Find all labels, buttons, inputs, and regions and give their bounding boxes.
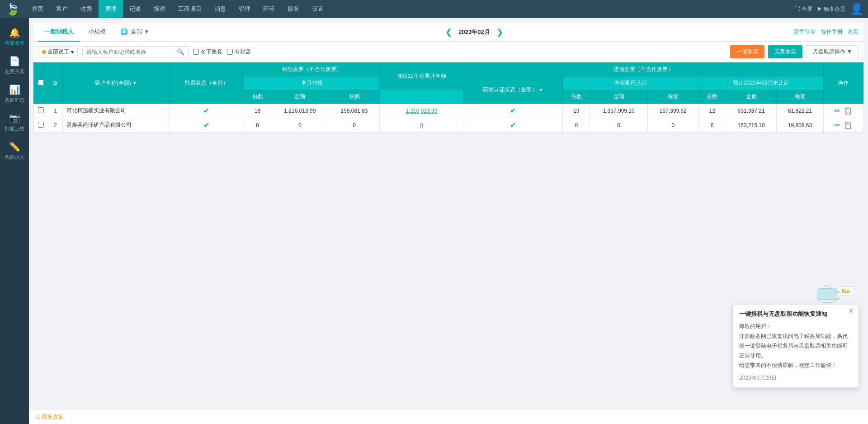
th-s-amount: 金额 xyxy=(271,90,329,104)
sidebar: 🔔 智能取票 📄 发票开具 📊 票据汇总 📷 扫描上传 ✏️ 票据录入 xyxy=(0,18,29,424)
row-s-amount-1: 0 xyxy=(271,118,329,133)
row-actions-0: ✏ 📋 xyxy=(823,104,863,118)
nav-accounting[interactable]: 记账 xyxy=(123,0,147,18)
employee-filter[interactable]: 全部员工 ▾ xyxy=(38,46,78,57)
sidebar-item-invoice-entry[interactable]: ✏️ 票据录入 xyxy=(0,137,29,165)
sidebar-label-invoice-open: 发票开具 xyxy=(5,68,24,75)
th-verify-status: 获取认证状态（全部） ▼ xyxy=(463,76,563,104)
row-p-count-0: 19 xyxy=(563,104,590,118)
filter-bar-right: 一键取票 无盘取票 无盘取票操作 ▼ xyxy=(730,45,859,58)
nav-billing[interactable]: 收费 xyxy=(74,0,99,18)
pencil-icon: ✏️ xyxy=(9,141,20,152)
notification-apology: 给您带来的不便请谅解，祝您工作愉快！ xyxy=(739,362,837,368)
no-disk-ops-label: 无盘取票操作 ▼ xyxy=(813,48,852,56)
one-click-btn[interactable]: 一键取票 xyxy=(730,45,764,58)
row-p-count-1: 0 xyxy=(563,118,590,133)
manual-btn[interactable]: 操作手册 xyxy=(821,28,843,36)
tea-cup-icon xyxy=(813,282,840,305)
row-u-count-0: 12 xyxy=(698,104,726,118)
row-verify-0: ✔ xyxy=(463,104,563,118)
no-disk-ops-btn[interactable]: 无盘取票操作 ▼ xyxy=(806,45,859,58)
notification-body[interactable]: 尊敬的用户： 江苏政务网已恢复访问电子税务局功能，易代账一键登陆电子税务局与无盘… xyxy=(739,322,852,382)
member-btn[interactable]: ▶ 畅享会员 xyxy=(817,5,845,13)
employee-filter-label: 全部员工 xyxy=(47,48,69,56)
row-check-1[interactable] xyxy=(34,118,48,133)
avatar[interactable]: 👤 xyxy=(850,3,863,15)
row-actions-1: ✏ 📋 xyxy=(823,118,863,133)
nav-invoice[interactable]: 票据 xyxy=(99,0,123,18)
select-all-checkbox[interactable] xyxy=(38,80,44,86)
nav-items: 首页 客户 收费 票据 记账 报税 工商项目 消息 管理 经营 服务 设置 xyxy=(25,0,794,18)
check-tax-disk[interactable]: 有税盘 xyxy=(227,48,251,56)
sidebar-item-invoice-open[interactable]: 📄 发票开具 xyxy=(0,51,29,80)
th-status: 取票状态（全部） xyxy=(169,63,244,104)
th-unverified: 截止2023年03月未认证 xyxy=(698,76,823,90)
row-p-amount-1: 0 xyxy=(590,118,647,133)
tab-all[interactable]: 🌐 全能 ▾ xyxy=(114,23,155,42)
tab-general-taxpayer[interactable]: 一般纳税人 xyxy=(38,23,80,42)
tab-small-scale-label: 小规模 xyxy=(88,22,106,41)
nav-customer[interactable]: 客户 xyxy=(50,0,74,18)
svg-rect-1 xyxy=(818,289,836,300)
new-guide-btn[interactable]: 新手引导 xyxy=(794,28,816,36)
fullscreen-btn[interactable]: ⛶ 全屏 xyxy=(794,5,812,13)
nav-manage[interactable]: 管理 xyxy=(232,0,257,18)
notification-text: 江苏政务网已恢复访问电子税务局功能，易代账一键登陆电子税务局与无盘取票相关功能可… xyxy=(739,333,848,359)
row-check-0[interactable] xyxy=(34,104,48,118)
check-tax-disk-input[interactable] xyxy=(227,49,233,55)
nav-home[interactable]: 首页 xyxy=(25,0,50,18)
tab-small-scale[interactable]: 小规模 xyxy=(82,23,112,42)
date-next-btn[interactable]: ❯ xyxy=(496,27,503,37)
th-period-verified: 本税期已认证 xyxy=(563,76,698,90)
nav-service[interactable]: 服务 xyxy=(281,0,306,18)
date-prev-btn[interactable]: ❮ xyxy=(445,27,452,37)
refresh-btn[interactable]: 刷新 xyxy=(848,28,859,36)
row-s-amount-0: 1,216,013.99 xyxy=(271,104,329,118)
sidebar-label-invoice-summary: 票据汇总 xyxy=(5,97,24,104)
sidebar-item-smart-ticket[interactable]: 🔔 智能取票 xyxy=(0,23,29,51)
tab-general-taxpayer-label: 一般纳税人 xyxy=(44,22,74,41)
row-u-amount-1: 153,215.10 xyxy=(726,118,777,133)
check-account-label: 名下账套 xyxy=(201,48,222,56)
th-s-count: 份数 xyxy=(244,90,271,104)
table-wrapper: ⚙ 客户名称(全部) ▼ 取票状态（全部） 销项发票（不含作废票） 连续12个月… xyxy=(33,62,863,133)
app-logo: 🍃 xyxy=(5,1,21,17)
sidebar-item-invoice-summary[interactable]: 📊 票据汇总 xyxy=(0,80,29,108)
search-box: 🔍 xyxy=(82,46,189,57)
nav-message[interactable]: 消息 xyxy=(208,0,232,18)
search-btn[interactable]: 🔍 xyxy=(173,47,188,57)
row-p-tax-0: 157,399.62 xyxy=(647,104,698,118)
search-input[interactable] xyxy=(83,47,173,57)
row-status-0: ✔ xyxy=(169,104,244,118)
tax-policy-link[interactable]: ⚠ 税务政策 xyxy=(35,413,63,421)
sidebar-item-scan-upload[interactable]: 📷 扫描上传 xyxy=(0,108,29,137)
copy-icon-0[interactable]: 📋 xyxy=(844,107,852,114)
edit-icon-1[interactable]: ✏ xyxy=(835,121,840,129)
globe-icon: 🌐 xyxy=(120,22,128,41)
nav-business[interactable]: 工商项目 xyxy=(172,0,208,18)
tab-all-label: 全能 xyxy=(131,22,142,41)
nav-settings[interactable]: 设置 xyxy=(306,0,330,18)
no-disk-btn[interactable]: 无盘取票 xyxy=(768,45,802,58)
nav-tax[interactable]: 报税 xyxy=(147,0,172,18)
employee-filter-chevron: ▾ xyxy=(71,49,74,55)
nav-operation[interactable]: 经营 xyxy=(257,0,281,18)
nav-right: ⛶ 全屏 ▶ 畅享会员 👤 xyxy=(794,3,863,15)
check-account-input[interactable] xyxy=(193,49,199,55)
notification-close-btn[interactable]: ✕ xyxy=(849,307,854,314)
row-cumulative-0: 1,216,013.99 xyxy=(380,104,463,118)
row-p-tax-1: 0 xyxy=(647,118,698,133)
row-u-tax-0: 81,822.21 xyxy=(777,104,823,118)
tab-all-chevron: ▾ xyxy=(145,22,148,41)
document-icon: 📄 xyxy=(9,56,20,67)
copy-icon-1[interactable]: 📋 xyxy=(844,121,852,129)
bottom-bar[interactable]: ⚠ 税务政策 xyxy=(29,410,868,424)
row-u-amount-0: 631,337.21 xyxy=(726,104,777,118)
edit-icon-0[interactable]: ✏ xyxy=(835,107,840,114)
notification-popup: ✕ tEa 一键报税与无盘取票功能恢复通知 尊敬的用户： 江苏政务网已恢复访问电… xyxy=(732,304,859,388)
sidebar-label-smart-ticket: 智能取票 xyxy=(5,40,24,47)
th-cumulative: 连续12个月累计金额 xyxy=(380,63,463,90)
check-account[interactable]: 名下账套 xyxy=(193,48,222,56)
row-u-count-1: 6 xyxy=(698,118,726,133)
row-num-0: 1 xyxy=(48,104,63,118)
